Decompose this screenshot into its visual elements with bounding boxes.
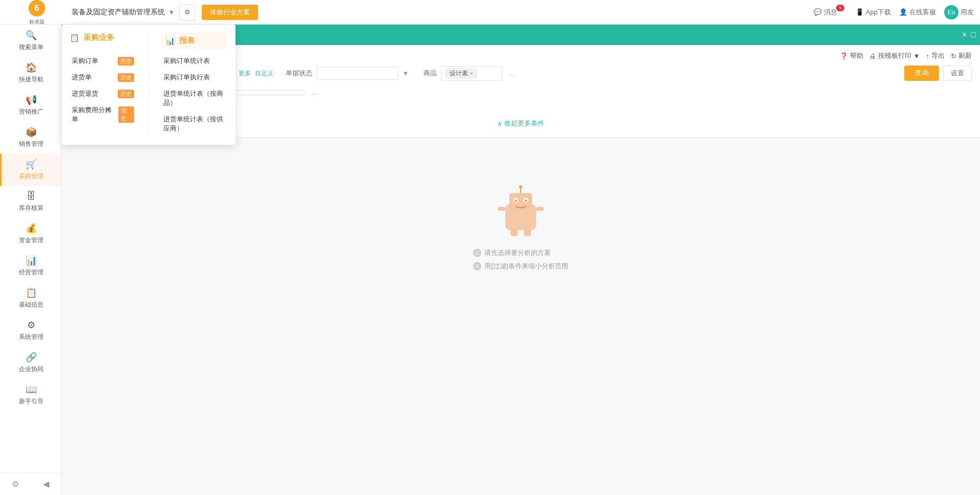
purchase-dropdown-menu: 📋 采购业务 采购订单 历史 进货单 历史 进货退货 历史 采购费用分摊单 历史…	[61, 25, 236, 145]
online-service-item[interactable]: 👤 在线客服	[899, 8, 936, 17]
purchase-title-icon: 📋	[70, 33, 79, 42]
empty-tips: ① 请先选择要分析的方案 ② 用[过滤]条件来缩小分析范围	[473, 248, 568, 271]
goods-filter-row: 商品 设计素 × ...	[423, 66, 516, 81]
sidebar-item-search[interactable]: 🔍 搜索菜单	[0, 25, 61, 57]
goods-dots[interactable]: ...	[506, 70, 516, 77]
svg-point-7	[525, 200, 527, 202]
tabs-right: × □	[962, 30, 980, 39]
purchase-icon: 🛒	[26, 159, 37, 170]
print-dropdown-arrow[interactable]: ▼	[913, 52, 920, 60]
operations-icon: 📊	[26, 255, 37, 266]
status-dots[interactable]: ▼	[400, 70, 411, 77]
goods-stats-by-product-item[interactable]: 进货单统计表（按商品）	[161, 85, 228, 111]
top-right-area: 💬 消息 5 📱 App下载 👤 在线客服 Ea 用友	[814, 5, 974, 19]
report-title-icon: 📊	[165, 36, 175, 46]
report-column: 📊 报表 采购订单统计表 采购订单执行表 进货单统计表（按商品） 进货单统计表（…	[161, 33, 228, 137]
industry-button[interactable]: 体验行业方案	[202, 5, 258, 20]
system-name: 装备及固定资产辅助管理系统 ▼	[72, 8, 175, 17]
svg-rect-11	[536, 207, 544, 211]
export-button[interactable]: ↑ 导出	[926, 51, 945, 60]
purchase-order-item[interactable]: 采购订单 历史	[70, 53, 136, 69]
collapse-chevron-icon: ∧	[497, 120, 502, 127]
goods-tag-close[interactable]: ×	[470, 70, 473, 76]
sidebar-item-finance[interactable]: 💰 资金管理	[0, 218, 61, 250]
salesperson-dots[interactable]: ...	[309, 89, 319, 96]
sidebar-item-operations[interactable]: 📊 经营管理	[0, 250, 61, 282]
sidebar-item-inventory[interactable]: 🗄 库存核算	[0, 186, 61, 218]
svg-rect-10	[498, 207, 505, 211]
newbie-icon: 📖	[26, 384, 37, 395]
status-filter-row: 单据状态 ▼	[286, 67, 411, 80]
logo-text: 标准版	[29, 18, 45, 26]
report-column-title: 📊 报表	[161, 33, 228, 49]
purchase-order-stats-item[interactable]: 采购订单统计表	[161, 53, 228, 69]
query-button[interactable]: 查询	[904, 66, 939, 81]
sidebar-item-purchase[interactable]: 🛒 采购管理	[0, 154, 61, 186]
finance-icon: 💰	[26, 223, 37, 234]
purchase-expense-item[interactable]: 采购费用分摊单 历史	[70, 102, 136, 127]
search-icon: 🔍	[26, 30, 37, 41]
status-label: 单据状态	[286, 69, 312, 78]
inventory-icon: 🗄	[27, 191, 36, 202]
help-button[interactable]: ❓ 帮助	[840, 51, 863, 60]
print-template-button[interactable]: 🖨 按模板打印 ▼	[869, 51, 920, 60]
sidebar-item-sales[interactable]: 📦 销售管理	[0, 121, 61, 154]
help-icon: ❓	[840, 52, 848, 60]
home-icon: 🏠	[26, 62, 37, 73]
collapse-sidebar-button[interactable]: ◀	[41, 477, 51, 491]
sidebar-item-marketing[interactable]: 📢 营销推广	[0, 89, 61, 121]
basic-info-icon: 📋	[26, 287, 37, 298]
messages-item[interactable]: 💬 消息 5	[814, 8, 847, 17]
tab-window-close[interactable]: ×	[962, 30, 967, 39]
sidebar-item-newbie[interactable]: 📖 新手引导	[0, 379, 61, 411]
phone-icon: 📱	[856, 8, 864, 16]
dropdown-divider	[148, 33, 149, 137]
purchase-expense-history[interactable]: 历史	[118, 106, 134, 123]
sidebar-item-basic-info[interactable]: 📋 基础信息	[0, 282, 61, 314]
message-badge: 5	[836, 5, 844, 11]
empty-illustration	[490, 179, 551, 240]
purchase-order-history[interactable]: 历史	[118, 57, 134, 66]
status-select[interactable]	[316, 67, 398, 80]
goods-return-history[interactable]: 历史	[118, 90, 134, 98]
logo-area: 6 标准版	[6, 0, 68, 26]
svg-rect-12	[510, 229, 518, 236]
print-icon: 🖨	[869, 52, 876, 60]
purchase-column: 📋 采购业务 采购订单 历史 进货单 历史 进货退货 历史 采购费用分摊单 历史	[70, 33, 136, 137]
svg-point-6	[515, 200, 517, 202]
refresh-button[interactable]: ↻ 刷新	[951, 51, 972, 60]
sidebar-item-enterprise[interactable]: 🔗 企业协同	[0, 347, 61, 379]
sidebar-bottom: ⚙ ◀	[0, 472, 61, 495]
goods-tag: 设计素 ×	[445, 68, 477, 79]
empty-tip-2: ② 用[过滤]条件来缩小分析范围	[473, 262, 568, 271]
gear-button[interactable]: ⚙	[179, 4, 196, 20]
empty-state: ① 请先选择要分析的方案 ② 用[过滤]条件来缩小分析范围	[61, 138, 980, 312]
service-icon: 👤	[899, 8, 907, 16]
tip-num-1: ①	[473, 249, 481, 257]
sidebar-item-quick-nav[interactable]: 🏠 快捷导航	[0, 57, 61, 89]
goods-receipt-history[interactable]: 历史	[118, 73, 134, 82]
marketing-icon: 📢	[26, 94, 37, 105]
goods-return-item[interactable]: 进货退货 历史	[70, 85, 136, 102]
goods-stats-by-supplier-item[interactable]: 进货单统计表（按供应商）	[161, 111, 228, 137]
sales-icon: 📦	[26, 126, 37, 138]
sidebar-item-system[interactable]: ⚙ 系统管理	[0, 314, 61, 347]
user-item[interactable]: Ea 用友	[944, 5, 974, 19]
purchase-order-exec-item[interactable]: 采购订单执行表	[161, 69, 228, 85]
logo-icon: 6	[28, 0, 46, 17]
app-download-item[interactable]: 📱 App下载	[856, 8, 891, 17]
settings-button[interactable]: 设置	[943, 66, 972, 81]
enterprise-icon: 🔗	[26, 352, 37, 363]
svg-rect-13	[524, 229, 531, 236]
sidebar: 🔍 搜索菜单 🏠 快捷导航 📢 营销推广 📦 销售管理 🛒 采购管理 🗄 库存核…	[0, 25, 61, 495]
tip-num-2: ②	[473, 262, 481, 270]
empty-tip-1: ① 请先选择要分析的方案	[473, 248, 568, 257]
more-shortcut[interactable]: 更多	[239, 69, 251, 78]
purchase-column-title: 📋 采购业务	[70, 33, 136, 47]
goods-receipt-item[interactable]: 进货单 历史	[70, 69, 136, 85]
settings-bottom-button[interactable]: ⚙	[10, 477, 21, 491]
tab-maximize[interactable]: □	[971, 30, 976, 39]
custom-shortcut[interactable]: 自定义	[255, 69, 273, 78]
system-dropdown-arrow[interactable]: ▼	[168, 8, 175, 16]
svg-point-9	[519, 185, 522, 188]
